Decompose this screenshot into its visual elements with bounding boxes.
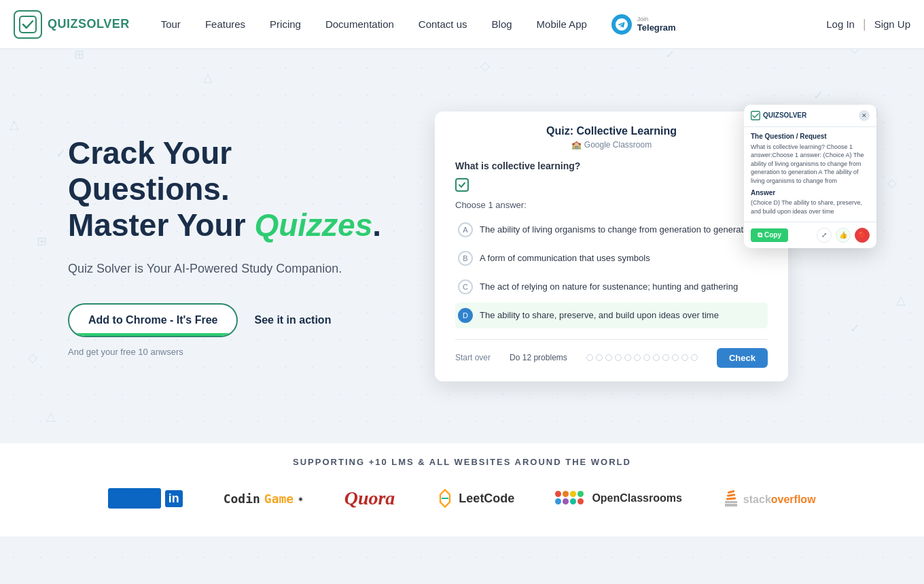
solver-question-text: What is collective learning? Choose 1 an…	[751, 143, 870, 186]
nav-link-contact[interactable]: Contact us	[408, 13, 478, 35]
quiz-choose-label: Choose 1 answer:	[455, 200, 768, 210]
quiz-option-circle-d: D	[458, 308, 473, 323]
solver-expand-button[interactable]: ⤢	[817, 228, 832, 243]
nav-link-features[interactable]: Features	[194, 13, 256, 35]
svg-rect-4	[725, 504, 726, 506]
quiz-option-text-d: The ability to share, preserve, and buil…	[480, 310, 719, 320]
supporting-section: SUPPORTING +10 LMS & ALL WEBSITES AROUND…	[0, 443, 924, 536]
solver-copy-button[interactable]: ⧉ Copy	[751, 228, 788, 242]
supporting-title: SUPPORTING +10 LMS & ALL WEBSITES AROUND…	[27, 457, 897, 467]
quiz-option-text-a: The ability of living organisms to chang…	[480, 224, 755, 235]
svg-rect-8	[728, 490, 734, 494]
logo-icon	[14, 10, 42, 39]
solver-panel: QUIZSOLVER ✕ The Question / Request What…	[744, 105, 876, 248]
quiz-start-over[interactable]: Start over	[455, 353, 491, 362]
nav-auth: Log In | Sign Up	[826, 17, 910, 31]
quiz-dot-10	[672, 354, 679, 361]
quiz-option-a[interactable]: A The ability of living organisms to cha…	[455, 217, 768, 243]
solver-panel-header: QUIZSOLVER ✕	[744, 105, 876, 127]
free-text: And get your free 10 anwsers	[68, 347, 394, 357]
quiz-dot-9	[662, 354, 669, 361]
telegram-icon	[611, 14, 632, 35]
quiz-dot-2	[596, 354, 603, 361]
nav-link-tour[interactable]: Tour	[150, 13, 192, 35]
hero-title: Crack Your Questions. Master Your Quizze…	[68, 135, 394, 243]
login-link[interactable]: Log In	[826, 18, 855, 30]
quiz-dot-4	[615, 354, 622, 361]
hero-buttons: Add to Chrome - It's Free See it in acti…	[68, 303, 394, 337]
quiz-option-text-c: The act of relying on nature for sustena…	[480, 281, 738, 292]
quiz-checkbox[interactable]	[455, 178, 469, 192]
solver-answer-text: (Choice D) The ability to share, preserv…	[751, 199, 870, 216]
logos-row: Linkedin CodinGame✷ Quora LeetCode	[27, 487, 897, 509]
copy-icon: ⧉	[758, 231, 762, 239]
hero-section: Crack Your Questions. Master Your Quizze…	[0, 49, 924, 443]
solver-close-button[interactable]: ✕	[859, 110, 870, 121]
nav-link-pricing[interactable]: Pricing	[259, 13, 312, 35]
hero-visual: Quiz: Collective Learning 🏫 Google Class…	[435, 111, 856, 381]
quiz-dot-1	[586, 354, 593, 361]
solver-dislike-button[interactable]: 🔴	[855, 228, 870, 243]
navbar: QUIZSOLVER Tour Features Pricing Documen…	[0, 0, 924, 49]
logo-openclassrooms: OpenClassrooms	[555, 491, 681, 506]
svg-rect-3	[725, 504, 737, 506]
svg-rect-6	[726, 498, 736, 500]
quiz-card: Quiz: Collective Learning 🏫 Google Class…	[435, 111, 788, 381]
logo-linkedin: Linkedin	[108, 488, 182, 509]
quiz-question: What is collective learning?	[455, 160, 768, 171]
quiz-option-b[interactable]: B A form of communication that uses symb…	[455, 245, 768, 271]
signup-link[interactable]: Sign Up	[874, 18, 910, 30]
quiz-dot-11	[681, 354, 688, 361]
svg-rect-7	[727, 494, 735, 497]
quiz-option-circle-c: C	[458, 279, 473, 294]
solver-panel-footer: ⧉ Copy ⤢ 👍 🔴	[744, 222, 876, 248]
nav-links: Tour Features Pricing Documentation Cont…	[150, 9, 827, 40]
nav-link-mobile[interactable]: Mobile App	[526, 13, 598, 35]
add-to-chrome-button[interactable]: Add to Chrome - It's Free	[68, 303, 238, 337]
logo-leetcode: LeetCode	[436, 489, 514, 508]
quiz-option-circle-a: A	[458, 222, 473, 237]
nav-logo[interactable]: QUIZSOLVER	[14, 10, 130, 39]
nav-link-documentation[interactable]: Documentation	[315, 13, 405, 35]
quiz-check-button[interactable]: Check	[717, 348, 768, 368]
solver-actions: ⤢ 👍 🔴	[817, 228, 870, 243]
quiz-dot-8	[653, 354, 660, 361]
hero-content: Crack Your Questions. Master Your Quizze…	[68, 135, 394, 357]
quiz-dot-7	[643, 354, 650, 361]
see-in-action-button[interactable]: See it in action	[254, 314, 331, 326]
quiz-card-title: Quiz: Collective Learning	[455, 125, 768, 137]
logo-stackoverflow: stackoverflow	[723, 489, 816, 508]
solver-like-button[interactable]: 👍	[836, 228, 851, 243]
logo-text: QUIZSOLVER	[48, 17, 130, 31]
logo-quora: Quora	[344, 487, 395, 509]
quiz-do-label: Do 12 problems	[510, 353, 567, 362]
solver-question-section-title: The Question / Request	[751, 133, 870, 140]
quiz-footer: Start over Do 12 problems Check	[455, 339, 768, 368]
solver-answer-section-title: Answer	[751, 189, 870, 196]
quiz-dot-6	[634, 354, 641, 361]
nav-link-blog[interactable]: Blog	[481, 13, 523, 35]
quiz-checkbox-row	[455, 178, 768, 192]
telegram-button[interactable]: Join Telegram	[601, 9, 687, 40]
quiz-dot-12	[691, 354, 698, 361]
solver-panel-body: The Question / Request What is collectiv…	[744, 127, 876, 222]
quiz-dot-3	[605, 354, 612, 361]
hero-subtitle: Quiz Solver is Your AI-Powered Study Com…	[68, 259, 394, 279]
quiz-dot-5	[624, 354, 631, 361]
svg-rect-5	[736, 504, 737, 506]
quiz-option-text-b: A form of communication that uses symbol…	[480, 253, 650, 263]
quiz-option-c[interactable]: C The act of relying on nature for suste…	[455, 274, 768, 300]
quiz-option-circle-b: B	[458, 251, 473, 266]
quiz-card-subtitle: 🏫 Google Classroom	[455, 140, 768, 150]
svg-rect-2	[725, 501, 737, 503]
quiz-dots	[586, 354, 698, 361]
logo-codingame: CodinGame✷	[224, 492, 304, 506]
solver-logo: QUIZSOLVER	[751, 111, 806, 120]
quiz-option-d[interactable]: D The ability to share, preserve, and bu…	[455, 303, 768, 328]
svg-rect-0	[20, 16, 36, 33]
